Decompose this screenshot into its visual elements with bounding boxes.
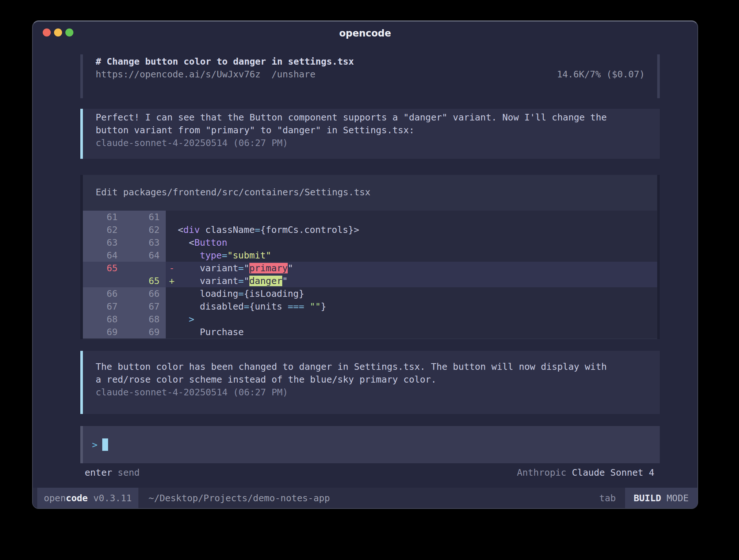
old-line-number: 64 (83, 249, 121, 262)
mode-switch-key-hint: tab (599, 493, 616, 503)
old-line-number: 61 (83, 211, 121, 223)
code-token: " (244, 263, 249, 273)
session-title: # Change button color to danger in setti… (96, 55, 645, 68)
app-version: v0.3.11 (93, 493, 132, 503)
code-token: = (238, 276, 244, 286)
edit-tool-block: Edit packages/frontend/src/containers/Se… (80, 175, 660, 339)
code-token: "submit" (227, 250, 271, 261)
code-line (178, 211, 657, 223)
code-token: type (200, 250, 222, 261)
code-token: === (288, 301, 304, 312)
diff-marker (166, 313, 178, 326)
session-header: # Change button color to danger in setti… (80, 54, 660, 98)
code-token: {isLoading} (244, 288, 305, 299)
code-line: variant="danger" (178, 275, 657, 287)
new-line-number: 68 (121, 313, 166, 326)
session-content: # Change button color to danger in setti… (80, 54, 660, 479)
mode-chip[interactable]: BUILD MODE (625, 488, 697, 508)
send-hint: enter send (85, 466, 140, 479)
titlebar: opencode (33, 22, 697, 43)
assistant-message: Perfect! I can see that the Button compo… (80, 109, 660, 159)
diff-marker (166, 236, 178, 249)
old-line-number: 63 (83, 236, 121, 249)
new-line-number: 65 (121, 275, 166, 287)
diff-row: 6868 > (83, 313, 657, 326)
model-indicator: Anthropic Claude Sonnet 4 (517, 466, 654, 479)
app-name-open: open (44, 493, 66, 503)
message-text-line: The button color has been changed to dan… (96, 360, 647, 373)
diff-row: 6161 (83, 211, 657, 223)
edit-tool-header: Edit packages/frontend/src/containers/Se… (83, 186, 657, 199)
working-directory: ~/Desktop/Projects/demo-notes-app (149, 493, 330, 503)
code-line: type="submit" (178, 249, 657, 262)
window-title: opencode (33, 22, 697, 43)
prompt-input[interactable]: > (80, 426, 660, 463)
code-line: Purchase (178, 326, 657, 338)
old-line-number (83, 275, 121, 287)
code-line: <div className={formCs.controls}> (178, 223, 657, 236)
diff-row: 6767 disabled={units === ""} (83, 300, 657, 313)
app-version-chip: opencode v0.3.11 (37, 488, 138, 508)
code-token: } (321, 301, 326, 312)
new-line-number: 63 (121, 236, 166, 249)
code-token: danger (249, 276, 282, 286)
old-line-number: 69 (83, 326, 121, 338)
code-token: Button (194, 237, 227, 248)
diff-row: 6363 <Button (83, 236, 657, 249)
code-token (304, 301, 310, 312)
message-text-line: button variant from "primary" to "danger… (96, 124, 647, 137)
new-line-number: 62 (121, 223, 166, 236)
mode-label-primary: BUILD (634, 493, 661, 503)
code-line: variant="primary" (178, 262, 657, 275)
code-token: < (178, 237, 194, 248)
code-token (178, 314, 189, 325)
code-token: " (244, 276, 249, 286)
message-text-line: a red/rose color scheme instead of the b… (96, 373, 647, 386)
diff-table: 61616262<div className={formCs.controls}… (83, 211, 657, 338)
app-name-code: code (66, 493, 88, 503)
context-usage: 14.6K/7% ($0.07) (557, 68, 645, 81)
unshare-command[interactable]: /unshare (272, 68, 315, 81)
message-text-line: Perfect! I can see that the Button compo… (96, 111, 647, 124)
code-token: className (200, 225, 255, 235)
code-token: = (244, 301, 249, 312)
message-model-timestamp: claude-sonnet-4-20250514 (06:27 PM) (96, 386, 647, 399)
share-url[interactable]: https://opencode.ai/s/UwJxv76z (96, 68, 261, 81)
diff-marker: - (166, 262, 178, 275)
code-line: disabled={units === ""} (178, 300, 657, 313)
code-token: = (222, 250, 227, 261)
diff-marker (166, 326, 178, 338)
provider-name: Anthropic (517, 467, 566, 478)
code-token: disabled (178, 301, 244, 312)
code-token: {formCs.controls}> (260, 225, 359, 235)
new-line-number: 61 (121, 211, 166, 223)
diff-row: 65+ variant="danger" (83, 275, 657, 287)
diff-row: 6262<div className={formCs.controls}> (83, 223, 657, 236)
new-line-number: 66 (121, 287, 166, 300)
code-token: " (282, 276, 288, 286)
code-token: Purchase (178, 327, 244, 337)
diff-marker: + (166, 275, 178, 287)
old-line-number: 67 (83, 300, 121, 313)
mode-label-secondary: MODE (667, 493, 689, 503)
diff-marker (166, 300, 178, 313)
code-token: variant (178, 276, 238, 286)
code-token: " (288, 263, 293, 273)
code-line: loading={isLoading} (178, 287, 657, 300)
message-model-timestamp: claude-sonnet-4-20250514 (06:27 PM) (96, 137, 647, 149)
code-token: > (189, 314, 194, 325)
diff-marker (166, 211, 178, 223)
text-cursor (102, 438, 108, 451)
code-line: > (178, 313, 657, 326)
assistant-message: The button color has been changed to dan… (80, 351, 660, 414)
diff-marker (166, 223, 178, 236)
diff-marker (166, 287, 178, 300)
code-token (178, 250, 200, 261)
new-line-number: 69 (121, 326, 166, 338)
opencode-window: opencode # Change button color to danger… (32, 20, 698, 509)
new-line-number (121, 262, 166, 275)
old-line-number: 68 (83, 313, 121, 326)
new-line-number: 67 (121, 300, 166, 313)
model-name: Claude Sonnet 4 (572, 467, 654, 478)
code-line: <Button (178, 236, 657, 249)
